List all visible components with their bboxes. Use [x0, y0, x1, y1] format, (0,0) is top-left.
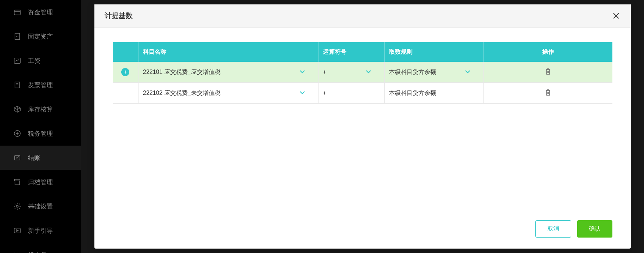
column-header-add [113, 42, 138, 62]
cell-add [113, 83, 138, 104]
column-header-subject: 科目名称 [138, 42, 319, 62]
sidebar-label: 工资 [28, 57, 40, 65]
cell-action [484, 83, 612, 104]
chevron-down-icon[interactable] [299, 70, 305, 75]
cell-rule[interactable]: 本级科目贷方余额 [385, 83, 484, 104]
sidebar-label: 发票管理 [28, 81, 53, 89]
svg-point-8 [16, 205, 18, 207]
modal-dialog: 计提基数 科目名称 运算符号 取数规则 操作 [94, 4, 631, 249]
cell-rule[interactable]: 本级科目贷方余额 [385, 62, 484, 83]
sidebar-item-checkout[interactable]: 结账 [0, 146, 81, 170]
sidebar-label: 归档管理 [28, 178, 53, 186]
delete-button[interactable] [545, 89, 551, 96]
operator-value: + [323, 90, 326, 96]
modal-body: 科目名称 运算符号 取数规则 操作 + 222101 应交税费_应交增值税 [94, 28, 631, 213]
modal-title: 计提基数 [105, 11, 133, 21]
sidebar-item-vip[interactable]: 畅会员 [0, 243, 81, 253]
vip-icon [13, 251, 21, 253]
sidebar-item-funds[interactable]: 资金管理 [0, 0, 81, 24]
sidebar: 资金管理 固定资产 工资 发票管理 库存核算 税务管理 结账 [0, 0, 81, 253]
sidebar-label: 基础设置 [28, 202, 53, 211]
sidebar-item-salary[interactable]: 工资 [0, 49, 81, 73]
svg-rect-0 [14, 10, 21, 15]
modal-header: 计提基数 [94, 4, 631, 28]
column-header-action: 操作 [484, 42, 612, 62]
subject-value: 222101 应交税费_应交增值税 [143, 69, 220, 75]
table-row: + 222101 应交税费_应交增值税 + [113, 62, 612, 83]
checkout-icon [13, 154, 21, 162]
receipt-icon [13, 81, 21, 89]
sidebar-item-archive[interactable]: 归档管理 [0, 170, 81, 194]
sidebar-label: 结账 [28, 154, 40, 162]
data-table: 科目名称 运算符号 取数规则 操作 + 222101 应交税费_应交增值税 [113, 42, 612, 104]
sidebar-item-settings[interactable]: 基础设置 [0, 194, 81, 218]
svg-rect-7 [15, 181, 20, 185]
confirm-button[interactable]: 确认 [577, 220, 612, 238]
cancel-button[interactable]: 取消 [535, 220, 571, 238]
sidebar-item-guide[interactable]: 新手引导 [0, 218, 81, 243]
delete-button[interactable] [545, 68, 551, 75]
sidebar-item-assets[interactable]: 固定资产 [0, 24, 81, 49]
building-icon [13, 32, 21, 40]
cell-operator[interactable]: + [319, 62, 385, 83]
close-button[interactable] [612, 11, 620, 20]
cell-subject[interactable]: 222102 应交税费_未交增值税 [138, 83, 319, 104]
sidebar-label: 新手引导 [28, 227, 53, 235]
sidebar-label: 库存核算 [28, 105, 53, 114]
wallet-icon [13, 8, 21, 16]
sidebar-label: 畅会员 [28, 251, 47, 253]
sidebar-item-inventory[interactable]: 库存核算 [0, 97, 81, 121]
sidebar-item-invoice[interactable]: 发票管理 [0, 73, 81, 97]
gear-icon [13, 202, 21, 210]
cell-subject[interactable]: 222101 应交税费_应交增值税 [138, 62, 319, 83]
subject-value: 222102 应交税费_未交增值税 [143, 90, 220, 96]
operator-value: + [323, 69, 326, 75]
sidebar-label: 资金管理 [28, 8, 53, 17]
play-icon [13, 227, 21, 235]
chevron-down-icon[interactable] [299, 90, 305, 96]
modal-footer: 取消 确认 [94, 213, 631, 249]
rule-value: 本级科目贷方余额 [389, 69, 436, 75]
chevron-down-icon[interactable] [366, 70, 371, 75]
box-icon [13, 105, 21, 113]
rule-value: 本级科目贷方余额 [389, 90, 436, 96]
sidebar-label: 固定资产 [28, 32, 53, 41]
chart-icon [13, 57, 21, 65]
sidebar-item-tax[interactable]: 税务管理 [0, 121, 81, 146]
tax-icon [13, 129, 21, 138]
sidebar-label: 税务管理 [28, 129, 53, 138]
cell-operator[interactable]: + [319, 83, 385, 104]
modal-overlay: 计提基数 科目名称 运算符号 取数规则 操作 [81, 0, 644, 253]
chevron-down-icon[interactable] [465, 70, 471, 75]
cell-action [484, 62, 612, 83]
svg-rect-1 [15, 33, 20, 40]
cell-add: + [113, 62, 138, 83]
table-row: 222102 应交税费_未交增值税 + 本级科目贷方余额 [113, 83, 612, 104]
add-row-button[interactable]: + [121, 68, 129, 76]
column-header-rule: 取数规则 [385, 42, 484, 62]
column-header-operator: 运算符号 [319, 42, 385, 62]
archive-icon [13, 178, 21, 186]
